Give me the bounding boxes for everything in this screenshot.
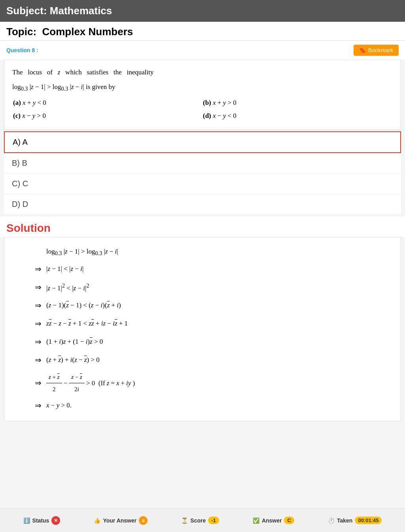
solution-table: log0.3 |z − 1| > log0.3 |z − i| ⇒ |z − 1… bbox=[12, 244, 393, 415]
solution-arrow-4: ⇒ bbox=[12, 296, 44, 314]
solution-row-3: ⇒ |z − 1|2 < |z − i|2 bbox=[12, 278, 393, 296]
solution-math-5: zz − z − z + 1 < zz + iz − iz + 1 bbox=[44, 314, 393, 333]
solution-row-1: log0.3 |z − 1| > log0.3 |z − i| bbox=[12, 244, 393, 260]
bookmark-icon: 🔖 bbox=[359, 47, 366, 53]
footer-your-answer: 👍 Your Answer a bbox=[94, 516, 148, 525]
bookmark-label: Bookmark bbox=[368, 47, 393, 53]
solution-row-6: ⇒ (1 + i)z + (1 − i)z > 0 bbox=[12, 333, 393, 351]
solution-math-1: log0.3 |z − 1| > log0.3 |z − i| bbox=[44, 244, 393, 260]
topic-bar: Topic: Complex Numbers bbox=[0, 22, 405, 41]
footer-bar: ℹ️ Status ✕ 👍 Your Answer a ⏳ Score -1 ✅… bbox=[0, 508, 405, 532]
taken-badge: 00:01:45 bbox=[355, 517, 382, 524]
solution-arrow-9: ⇒ bbox=[12, 396, 44, 415]
footer-answer: ✅ Answer C bbox=[253, 517, 294, 524]
footer-score: ⏳ Score -1 bbox=[181, 517, 219, 524]
solution-label: Solution bbox=[6, 222, 51, 234]
topic-value: Complex Numbers bbox=[42, 26, 133, 38]
question-header: Question 8 : 🔖 Bookmark bbox=[0, 41, 405, 60]
status-label: Status bbox=[32, 517, 49, 524]
solution-arrow-3: ⇒ bbox=[12, 278, 44, 296]
header-bar: Subject: Mathematics bbox=[0, 0, 405, 22]
footer-status: ℹ️ Status ✕ bbox=[23, 516, 61, 525]
page-title: Subject: Mathematics bbox=[6, 5, 399, 17]
option-d[interactable]: D) D bbox=[4, 194, 401, 215]
answer-icon: ✅ bbox=[253, 517, 259, 524]
solution-arrow-7: ⇒ bbox=[12, 351, 44, 369]
your-answer-label: Your Answer bbox=[103, 517, 136, 524]
solution-arrow-5: ⇒ bbox=[12, 314, 44, 333]
solution-row-8: ⇒ z + z 2 − z − z 2i > 0 (If z = x + iy) bbox=[12, 369, 393, 396]
solution-row-7: ⇒ (z + z) + i(z − z) > 0 bbox=[12, 351, 393, 369]
your-answer-icon: 👍 bbox=[94, 517, 100, 524]
solution-arrow-1 bbox=[12, 244, 44, 260]
topic-label: Topic: bbox=[6, 26, 36, 38]
options-container: A) A B) B C) C D) D bbox=[4, 131, 401, 215]
question-text-box: The locus of z which satisfies the inequ… bbox=[4, 60, 401, 130]
score-badge: -1 bbox=[208, 517, 219, 524]
solution-row-2: ⇒ |z − 1| < |z − i| bbox=[12, 260, 393, 278]
topic-heading: Topic: Complex Numbers bbox=[6, 26, 399, 38]
score-label: Score bbox=[190, 517, 206, 524]
score-icon: ⏳ bbox=[181, 517, 188, 524]
solution-math-4: (z − 1)(z − 1) < (z − i)(z + i) bbox=[44, 296, 393, 314]
taken-label: Taken bbox=[337, 517, 352, 524]
solution-math-9: x − y > 0. bbox=[44, 396, 393, 415]
footer-taken: ⏱️ Taken 00:01:45 bbox=[328, 517, 382, 524]
solution-arrow-8: ⇒ bbox=[12, 369, 44, 396]
answer-label: Answer bbox=[262, 517, 282, 524]
solution-row-9: ⇒ x − y > 0. bbox=[12, 396, 393, 415]
bookmark-button[interactable]: 🔖 Bookmark bbox=[354, 45, 399, 56]
status-badge: ✕ bbox=[51, 516, 60, 525]
solution-math-3: |z − 1|2 < |z − i|2 bbox=[44, 278, 393, 296]
status-icon: ℹ️ bbox=[23, 517, 30, 524]
solution-row-4: ⇒ (z − 1)(z − 1) < (z − i)(z + i) bbox=[12, 296, 393, 314]
solution-math-7: (z + z) + i(z − z) > 0 bbox=[44, 351, 393, 369]
question-number: Question 8 : bbox=[6, 47, 38, 53]
solution-row-5: ⇒ zz − z − z + 1 < zz + iz − iz + 1 bbox=[12, 314, 393, 333]
option-c[interactable]: C) C bbox=[4, 174, 401, 194]
solution-math-6: (1 + i)z + (1 − i)z > 0 bbox=[44, 333, 393, 351]
solution-arrow-6: ⇒ bbox=[12, 333, 44, 351]
answer-badge: C bbox=[284, 517, 294, 524]
solution-math-2: |z − 1| < |z − i| bbox=[44, 260, 393, 278]
your-answer-badge: a bbox=[139, 516, 148, 525]
question-text: The locus of z which satisfies the inequ… bbox=[12, 66, 393, 123]
taken-icon: ⏱️ bbox=[328, 517, 335, 524]
solution-heading: Solution bbox=[0, 216, 405, 237]
solution-box: log0.3 |z − 1| > log0.3 |z − i| ⇒ |z − 1… bbox=[4, 237, 401, 422]
solution-arrow-2: ⇒ bbox=[12, 260, 44, 278]
option-b[interactable]: B) B bbox=[4, 153, 401, 174]
solution-math-8: z + z 2 − z − z 2i > 0 (If z = x + iy) bbox=[44, 369, 393, 396]
option-a[interactable]: A) A bbox=[4, 131, 401, 153]
